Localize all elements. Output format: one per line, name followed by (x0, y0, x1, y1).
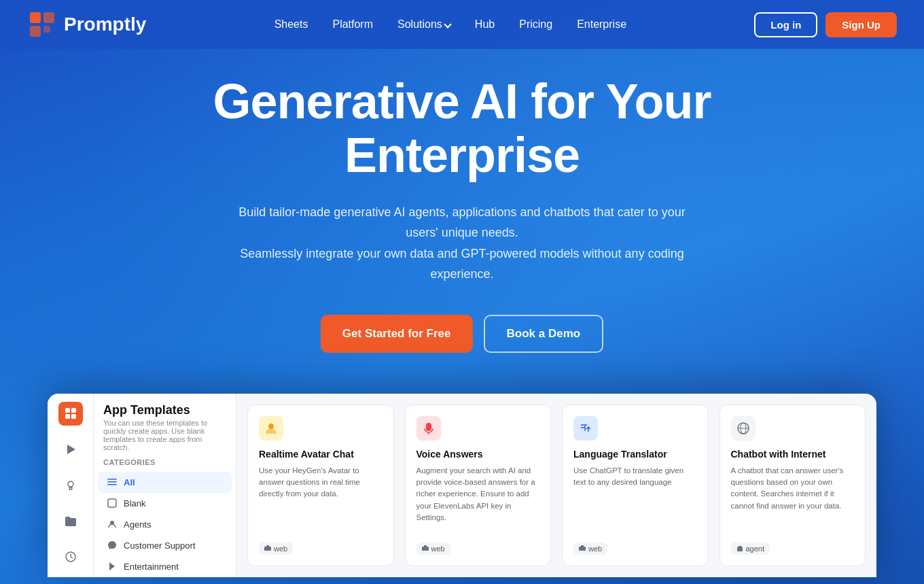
svg-rect-18 (264, 547, 271, 551)
card-title-2: Language Translator (573, 449, 697, 460)
card-desc-2: Use ChatGPT to translate given text to a… (573, 465, 697, 489)
app-main: Realtime Avatar Chat Use your HeyGen's A… (236, 394, 876, 577)
hero-section: Generative AI for Your Enterprise Build … (0, 0, 924, 584)
panel-title: App Templates (103, 403, 226, 417)
card-title-1: Voice Answers (416, 449, 540, 460)
card-desc-0: Use your HeyGen's Avatar to answer quest… (259, 465, 383, 500)
category-entertainment[interactable]: Entertainment (98, 556, 232, 577)
card-desc-1: Augment your search with AI and provide … (416, 465, 540, 523)
sidebar-icon-folder[interactable] (58, 509, 83, 533)
solutions-dropdown-icon (444, 20, 451, 28)
svg-rect-1 (43, 12, 54, 23)
sidebar-icon-history[interactable] (58, 545, 83, 569)
card-tag-0: web (259, 543, 293, 555)
category-customer-support[interactable]: Customer Support (98, 535, 232, 556)
login-button[interactable]: Log in (754, 12, 817, 37)
book-demo-button[interactable]: Book a Demo (484, 315, 604, 353)
panel-subtitle: You can use these templates to quickly c… (103, 419, 226, 451)
svg-marker-16 (109, 562, 115, 570)
svg-point-17 (268, 424, 274, 429)
nav-hub[interactable]: Hub (475, 18, 495, 31)
svg-rect-5 (71, 408, 76, 413)
svg-rect-6 (65, 414, 70, 419)
svg-rect-24 (581, 545, 584, 547)
svg-rect-23 (579, 547, 586, 551)
svg-rect-2 (30, 26, 41, 37)
card-tag-1: web (416, 543, 450, 555)
logo-text: Promptly (64, 14, 146, 35)
card-icon-avatar (259, 416, 283, 441)
svg-rect-13 (107, 484, 117, 485)
category-agents[interactable]: Agents (98, 514, 232, 535)
card-icon-chatbot (731, 416, 756, 441)
nav-platform[interactable]: Platform (332, 18, 373, 31)
card-realtime-avatar[interactable]: Realtime Avatar Chat Use your HeyGen's A… (247, 405, 394, 566)
svg-marker-8 (67, 445, 75, 454)
svg-rect-21 (422, 547, 429, 551)
card-language-translator[interactable]: Language Translator Use ChatGPT to trans… (562, 405, 709, 566)
svg-rect-19 (266, 545, 269, 547)
svg-rect-7 (71, 414, 76, 419)
cards-grid: Realtime Avatar Chat Use your HeyGen's A… (236, 394, 876, 577)
svg-point-9 (68, 481, 73, 487)
app-sidebar (48, 394, 94, 577)
card-title-3: Chatbot with Internet (731, 449, 855, 460)
hero-subtitle: Build tailor-made generative AI agents, … (224, 202, 700, 285)
svg-rect-4 (65, 408, 70, 413)
navbar: Promptly Sheets Platform Solutions Hub P… (0, 0, 924, 49)
svg-rect-12 (107, 481, 117, 483)
sidebar-icon-bulb[interactable] (58, 473, 83, 497)
card-title-0: Realtime Avatar Chat (259, 449, 383, 460)
card-voice-answers[interactable]: Voice Answers Augment your search with A… (405, 405, 552, 566)
card-chatbot-internet[interactable]: Chatbot with Internet A chatbot that can… (719, 405, 866, 566)
card-tag-2: web (573, 543, 607, 555)
hero-content: Generative AI for Your Enterprise Build … (213, 75, 711, 394)
nav-pricing[interactable]: Pricing (519, 18, 552, 31)
nav-actions: Log in Sign Up (754, 12, 897, 37)
nav-links: Sheets Platform Solutions Hub Pricing En… (274, 18, 626, 31)
sidebar-icon-play[interactable] (58, 438, 83, 462)
sidebar-icon-home[interactable] (58, 402, 83, 426)
card-desc-3: A chatbot that can answer user's questio… (731, 465, 855, 512)
panel-header: App Templates You can use these template… (94, 403, 236, 458)
nav-sheets[interactable]: Sheets (274, 18, 308, 31)
logo[interactable]: Promptly (27, 10, 146, 39)
card-tag-3: agent (731, 543, 770, 555)
logo-icon (27, 10, 57, 39)
nav-solutions[interactable]: Solutions (397, 18, 450, 31)
category-blank[interactable]: Blank (98, 493, 232, 514)
nav-enterprise[interactable]: Enterprise (577, 18, 626, 31)
app-preview: App Templates You can use these template… (48, 394, 876, 577)
get-started-button[interactable]: Get Started for Free (321, 315, 473, 353)
categories-label: CATEGORIES (94, 458, 236, 472)
app-left-panel: App Templates You can use these template… (94, 394, 236, 577)
category-all[interactable]: All (98, 472, 232, 493)
card-icon-voice (416, 416, 441, 441)
signup-button[interactable]: Sign Up (825, 12, 897, 37)
svg-rect-22 (424, 545, 427, 547)
svg-rect-3 (43, 26, 50, 33)
svg-rect-0 (30, 12, 41, 23)
hero-title: Generative AI for Your Enterprise (213, 75, 711, 182)
svg-rect-11 (107, 479, 117, 480)
app-inner: App Templates You can use these template… (48, 394, 876, 577)
svg-rect-14 (108, 499, 116, 507)
card-icon-translate (573, 416, 598, 441)
hero-actions: Get Started for Free Book a Demo (213, 315, 711, 353)
